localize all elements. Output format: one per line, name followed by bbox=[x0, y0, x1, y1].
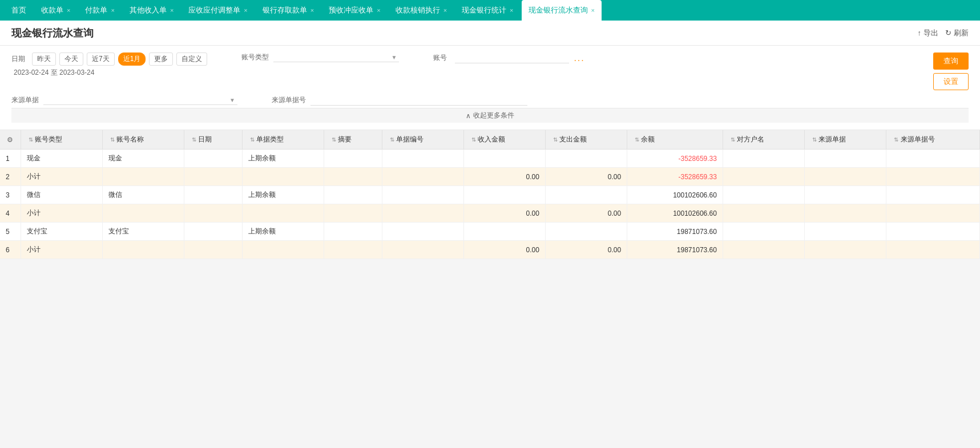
col-expense[interactable]: ⇅ 支出金额 bbox=[545, 130, 627, 150]
row-account-name: 微信 bbox=[102, 186, 184, 204]
row-account-name bbox=[102, 168, 184, 186]
nav-receipt-close[interactable]: × bbox=[67, 7, 70, 14]
row-expense: 0.00 bbox=[545, 241, 627, 259]
source-doc-no-label: 来源单据号 bbox=[272, 95, 306, 105]
account-no-more[interactable]: ... bbox=[574, 53, 584, 63]
row-balance: 100102606.60 bbox=[627, 186, 723, 204]
date-yesterday[interactable]: 昨天 bbox=[32, 53, 56, 66]
nav-receipt-execute[interactable]: 收款核销执行 × bbox=[389, 0, 454, 21]
row-doc-type bbox=[242, 204, 324, 223]
col-doc-no[interactable]: ⇅ 单据编号 bbox=[382, 130, 463, 150]
date-7days[interactable]: 近7天 bbox=[87, 53, 115, 66]
row-source-doc-no bbox=[886, 150, 980, 168]
col-account-type[interactable]: ⇅ 账号类型 bbox=[21, 130, 102, 150]
nav-other-income[interactable]: 其他收入单 × bbox=[123, 0, 180, 21]
col-balance[interactable]: ⇅ 余额 bbox=[627, 130, 723, 150]
nav-ar-ap-adjust[interactable]: 应收应付调整单 × bbox=[182, 0, 254, 21]
col-doc-no-sort-icon: ⇅ bbox=[390, 136, 394, 143]
collapse-bar[interactable]: ∧ 收起更多条件 bbox=[11, 108, 969, 123]
nav-bank-deposit[interactable]: 银行存取款单 × bbox=[256, 0, 321, 21]
col-income[interactable]: ⇅ 收入金额 bbox=[463, 130, 545, 150]
query-button[interactable]: 查询 bbox=[933, 53, 969, 70]
date-more[interactable]: 更多 bbox=[149, 53, 173, 66]
date-today[interactable]: 今天 bbox=[59, 53, 83, 66]
source-doc-dropdown-icon: ▼ bbox=[229, 97, 235, 103]
header-actions: ↑ 导出 ↻ 刷新 bbox=[918, 28, 969, 38]
data-table: ⚙ ⇅ 账号类型 ⇅ 账号名称 ⇅ 日期 ⇅ 单据类型 bbox=[0, 130, 980, 259]
row-income bbox=[463, 223, 545, 241]
date-filter-section: 日期 昨天 今天 近7天 近1月 更多 自定义 2023-02-24 至 202… bbox=[11, 53, 207, 78]
table-body: 1现金现金上期余额-3528659.332小计0.000.00-3528659.… bbox=[0, 150, 980, 259]
account-type-select[interactable]: ▼ bbox=[273, 53, 399, 62]
nav-cash-bank-flow[interactable]: 现金银行流水查询 × bbox=[522, 0, 602, 21]
row-expense bbox=[545, 150, 627, 168]
right-buttons: 查询 设置 bbox=[933, 53, 969, 90]
row-balance: 19871073.60 bbox=[627, 223, 723, 241]
nav-payment-close[interactable]: × bbox=[111, 7, 114, 14]
nav-other-income-close[interactable]: × bbox=[170, 7, 174, 14]
row-account-type: 微信 bbox=[21, 186, 102, 204]
row-counterpart bbox=[723, 223, 804, 241]
col-account-name[interactable]: ⇅ 账号名称 bbox=[102, 130, 184, 150]
account-type-dropdown-icon: ▼ bbox=[391, 54, 397, 60]
nav-receipt-execute-close[interactable]: × bbox=[443, 7, 447, 14]
row-account-name: 支付宝 bbox=[102, 223, 184, 241]
collapse-up-icon: ∧ bbox=[466, 112, 471, 120]
table-row: 2小计0.000.00-3528659.33 bbox=[0, 168, 980, 186]
table-row: 3微信微信上期余额100102606.60 bbox=[0, 186, 980, 204]
row-account-name: 现金 bbox=[102, 150, 184, 168]
row-account-name bbox=[102, 241, 184, 259]
col-source-doc-no[interactable]: ⇅ 来源单据号 bbox=[886, 130, 980, 150]
nav-receipt[interactable]: 收款单 × bbox=[34, 0, 77, 21]
row-source-doc bbox=[805, 150, 886, 168]
col-settings-icon[interactable]: ⚙ bbox=[7, 136, 13, 144]
col-summary[interactable]: ⇅ 摘要 bbox=[324, 130, 382, 150]
account-no-input[interactable] bbox=[455, 53, 569, 63]
nav-ar-ap-adjust-close[interactable]: × bbox=[244, 7, 247, 14]
source-doc-select[interactable]: ▼ bbox=[43, 96, 237, 105]
nav-cash-bank-flow-close[interactable]: × bbox=[591, 7, 595, 14]
date-custom[interactable]: 自定义 bbox=[176, 53, 207, 66]
nav-cash-bank-stat-close[interactable]: × bbox=[510, 7, 513, 14]
row-account-type: 小计 bbox=[21, 241, 102, 259]
row-source-doc bbox=[805, 186, 886, 204]
row-source-doc-no bbox=[886, 241, 980, 259]
row-counterpart bbox=[723, 168, 804, 186]
export-button[interactable]: ↑ 导出 bbox=[918, 28, 939, 38]
row-source-doc bbox=[805, 168, 886, 186]
row-date bbox=[184, 168, 242, 186]
row-account-name bbox=[102, 204, 184, 223]
col-counterpart[interactable]: ⇅ 对方户名 bbox=[723, 130, 804, 150]
row-id: 2 bbox=[0, 168, 21, 186]
row-summary bbox=[324, 150, 382, 168]
nav-advance-offset[interactable]: 预收冲应收单 × bbox=[322, 0, 387, 21]
source-doc-no-input[interactable] bbox=[310, 95, 527, 106]
row-doc-type bbox=[242, 241, 324, 259]
top-navigation: 首页 收款单 × 付款单 × 其他收入单 × 应收应付调整单 × 银行存取款单 … bbox=[0, 0, 980, 21]
source-doc-label: 来源单据 bbox=[11, 95, 39, 105]
row-income: 0.00 bbox=[463, 204, 545, 223]
nav-advance-offset-close[interactable]: × bbox=[377, 7, 380, 14]
col-source-doc[interactable]: ⇅ 来源单据 bbox=[805, 130, 886, 150]
col-expense-sort-icon: ⇅ bbox=[553, 136, 558, 143]
table-row: 1现金现金上期余额-3528659.33 bbox=[0, 150, 980, 168]
row-date bbox=[184, 223, 242, 241]
row-counterpart bbox=[723, 204, 804, 223]
nav-payment[interactable]: 付款单 × bbox=[78, 0, 121, 21]
row-id: 5 bbox=[0, 223, 21, 241]
row-balance: 100102606.60 bbox=[627, 204, 723, 223]
nav-bank-deposit-close[interactable]: × bbox=[310, 7, 314, 14]
refresh-button[interactable]: ↻ 刷新 bbox=[945, 28, 969, 38]
col-date[interactable]: ⇅ 日期 bbox=[184, 130, 242, 150]
filter-second-row: 来源单据 ▼ 来源单据号 bbox=[11, 95, 969, 106]
col-doc-type[interactable]: ⇅ 单据类型 bbox=[242, 130, 324, 150]
nav-cash-bank-stat[interactable]: 现金银行统计 × bbox=[455, 0, 520, 21]
row-doc-type bbox=[242, 168, 324, 186]
settings-button[interactable]: 设置 bbox=[933, 73, 969, 90]
source-doc-section: 来源单据 ▼ bbox=[11, 95, 237, 105]
date-1month[interactable]: 近1月 bbox=[118, 53, 146, 66]
account-type-section: 账号类型 ▼ bbox=[241, 53, 399, 62]
export-icon: ↑ bbox=[918, 29, 922, 37]
nav-home[interactable]: 首页 bbox=[5, 0, 33, 21]
row-source-doc bbox=[805, 204, 886, 223]
